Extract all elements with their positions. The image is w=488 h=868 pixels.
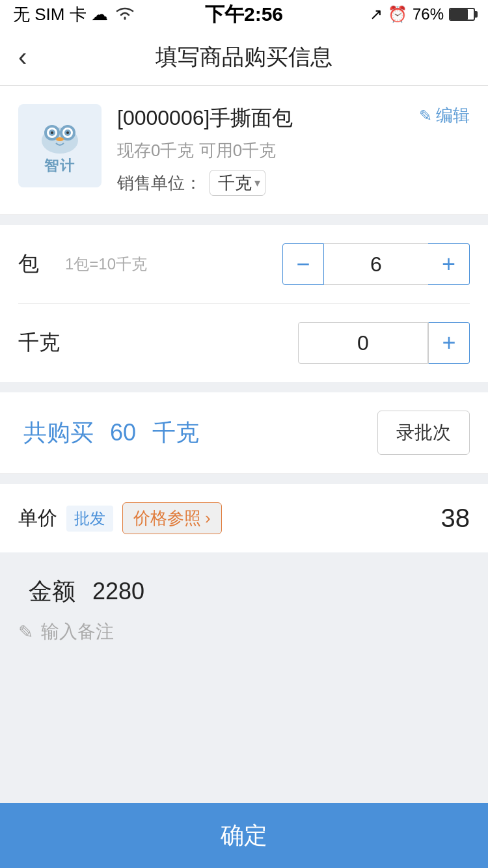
separator-2 [0,382,488,392]
edit-button[interactable]: ✎ 编辑 [419,104,470,127]
unit-select[interactable]: 千克 [210,170,265,196]
unit-label: 销售单位： [117,172,202,195]
package-row: 包 1包=10千克 − + [18,225,470,304]
product-name: [0000006]手撕面包 [117,104,293,133]
note-placeholder: 输入备注 [41,619,114,644]
amount-value: 2280 [92,578,144,604]
package-input[interactable] [324,243,428,285]
product-unit-row: 销售单位： 千克 [117,170,470,196]
total-row: 共购买 60 千克 录批次 [0,392,488,474]
price-tag-badge: 批发 [66,506,113,532]
svg-point-9 [56,137,64,141]
status-time: 下午2:56 [205,1,283,28]
status-left: 无 SIM 卡 ☁ [13,3,137,26]
price-ref-button[interactable]: 价格参照 › [122,502,222,534]
product-logo: 智计 [36,116,83,176]
price-label: 单价 [18,505,57,532]
product-info: [0000006]手撕面包 ✎ 编辑 现存0千克 可用0千克 销售单位： 千克 [117,104,470,196]
kg-row: 千克 + [18,304,470,382]
batch-button[interactable]: 录批次 [377,411,470,455]
kg-plus-button[interactable]: + [428,322,470,364]
kg-label: 千克 [18,329,298,357]
amount-row: 金额 2280 [18,576,470,608]
kg-input[interactable] [298,322,428,364]
owl-icon [36,116,83,155]
package-minus-button[interactable]: − [282,243,324,285]
edit-icon: ✎ [419,107,432,125]
price-value: 38 [441,504,470,533]
sim-status: 无 SIM 卡 ☁ [13,3,108,26]
wifi-icon [113,6,137,23]
battery-icon [449,8,475,21]
separator-3 [0,474,488,484]
svg-point-8 [66,131,69,134]
status-right: ↗ ⏰ 76% [370,5,475,23]
package-controls: − + [282,243,470,285]
empty-space [0,730,488,803]
product-card: 智计 [0000006]手撕面包 ✎ 编辑 现存0千克 可用0千克 销售单位： … [0,86,488,215]
svg-point-7 [51,131,53,134]
page-title: 填写商品购买信息 [156,42,332,72]
battery-text: 76% [413,5,444,23]
total-text: 共购买 60 千克 [18,417,204,449]
price-ref-arrow: › [205,508,211,528]
total-unit: 千克 [152,419,199,446]
price-section: 单价 批发 价格参照 › 38 [0,484,488,558]
unit-select-wrapper[interactable]: 千克 [210,170,265,196]
confirm-button[interactable]: 确定 [0,803,488,868]
kg-controls: + [298,322,470,364]
package-hint: 1包=10千克 [65,254,282,275]
alarm-icon: ⏰ [388,5,407,23]
edit-label: 编辑 [436,104,470,127]
location-icon: ↗ [370,5,383,23]
note-row[interactable]: ✎ 输入备注 [18,619,470,644]
product-image: 智计 [18,104,102,187]
amount-label: 金额 [29,578,75,604]
back-button[interactable]: ‹ [18,42,27,72]
confirm-label: 确定 [221,820,267,852]
package-section: 包 1包=10千克 − + 千克 + [0,225,488,382]
separator-1 [0,215,488,225]
nav-bar: ‹ 填写商品购买信息 [0,29,488,86]
price-ref-label: 价格参照 [133,507,201,530]
package-label: 包 [18,250,57,278]
total-prefix: 共购买 [23,419,94,446]
product-stock: 现存0千克 可用0千克 [117,139,470,162]
package-plus-button[interactable]: + [428,243,470,285]
pencil-icon: ✎ [18,621,33,643]
status-bar: 无 SIM 卡 ☁ 下午2:56 ↗ ⏰ 76% [0,0,488,29]
amount-section: 金额 2280 ✎ 输入备注 [0,558,488,730]
total-amount: 60 [110,419,136,446]
